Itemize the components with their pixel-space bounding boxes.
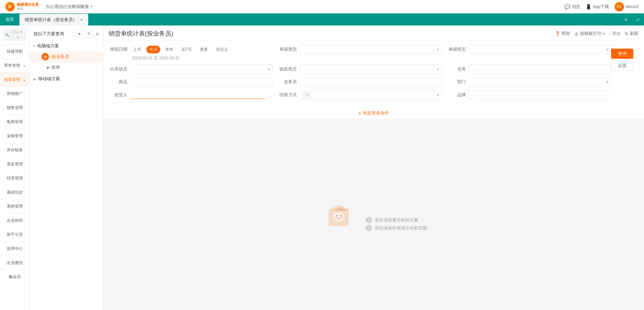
export-btn[interactable]: ↓ 导出 [609, 31, 621, 37]
date-cell: 单据日期 上月 本月 本年 近7天 更多 自定义 [109, 46, 273, 53]
scheme-sub-item[interactable]: ◆ 按单 [30, 62, 103, 72]
filter-row-4: 收货人 ... 结算方式 × [109, 90, 611, 100]
svg-text:✦: ✦ [351, 207, 353, 210]
payment-tag: × [303, 92, 311, 98]
receipt-status-arrow-icon: ▾ [437, 67, 439, 71]
content-area: 按以下方案查询 + ✎ « ▾ 电脑端方案 [30, 25, 644, 310]
app-download-label: App下载 [593, 4, 609, 10]
collapse-panel-btn[interactable]: « [96, 31, 99, 37]
tab-sales-stat-label: 销货单统计表（按业务员） [25, 17, 77, 23]
desktop-scheme-group[interactable]: ▾ 电脑端方案 [30, 41, 103, 51]
sidebar-item-wechat[interactable]: 企业微信 [0, 256, 29, 270]
finance-label: 资金管理 [7, 162, 23, 166]
brand-dots: ... [472, 93, 477, 98]
breadcrumb[interactable]: 办公用品行业模拟账套 ▾ [46, 4, 93, 10]
help-btn[interactable]: ❓ 帮助 [555, 31, 570, 37]
warehouse-cell: 仓库 ... [447, 64, 611, 74]
doc-type-label: 单据类型 [278, 46, 297, 52]
date-btn-custom[interactable]: 自定义 [213, 46, 231, 53]
date-range-text: 2023-03-01 至 2023-03-31 [132, 56, 179, 60]
left-panel-header: 按以下方案查询 + ✎ « [30, 28, 103, 40]
user-profile[interactable]: Ea demo2 [614, 2, 639, 11]
logo-area: 好 畅捷通好生意 标版 [5, 2, 39, 11]
main-area: 🔍 搜索菜单 快捷导航 零售管理 ▴ 批发管理 ▴ 营销推广 销售管理 电商管理… [0, 25, 644, 310]
sidebar-item-inventory[interactable]: 库存核算 [0, 143, 29, 157]
sidebar-item-apps[interactable]: 应用中心 [0, 242, 29, 256]
print-btn[interactable]: 🖨 按模板打印 ▾ [574, 31, 605, 37]
date-btn-7days[interactable]: 近7天 [178, 46, 195, 53]
sidebar-item-search[interactable]: 🔍 搜索菜单 [0, 25, 29, 45]
consignee-input[interactable] [130, 91, 265, 99]
operation-label: 经营管理 [7, 176, 23, 180]
payment-label: 结算方式 [278, 92, 297, 98]
sidebar-item-newbie[interactable]: 新手引导 [0, 228, 29, 242]
sidebar-item-finance[interactable]: 资金管理 [0, 157, 29, 171]
mobile-scheme-group[interactable]: ▶ 移动端方案 [30, 74, 103, 84]
salesperson-dots: ... [303, 80, 308, 85]
phone-icon: 📱 [586, 4, 591, 9]
message-btn[interactable]: 💬 消息 [565, 4, 580, 10]
page-title: 销货单统计表(按业务员) [109, 30, 173, 38]
date-btn-this-year[interactable]: 本年 [162, 46, 176, 53]
salesperson-select[interactable]: ... [300, 77, 442, 87]
product-select[interactable]: ... [130, 77, 273, 87]
consignee-cell: 收货人 ... [109, 91, 273, 99]
date-btn-this-month[interactable]: 本月 [146, 46, 160, 53]
sidebar-item-purchase[interactable]: 采购管理 [0, 129, 29, 143]
settings-btn[interactable]: 设置 [611, 61, 633, 71]
hint-steps: 1 请先选择要分析的方案 2 用过滤条件来缩小分析范围 [366, 217, 427, 231]
tab-close-icon[interactable]: × [80, 17, 83, 22]
left-panel: 按以下方案查询 + ✎ « ▾ 电脑端方案 [30, 25, 103, 310]
query-btn[interactable]: 查询 [611, 49, 633, 59]
print-icon: 🖨 [574, 31, 579, 36]
step-2-num: 2 [366, 225, 372, 231]
logo-symbol: 好 [8, 4, 12, 9]
scheme-section: ▾ 电脑端方案 按 按业务员 ◆ 按单 [30, 40, 103, 74]
sidebar-item-retail[interactable]: 零售管理 ▴ [0, 59, 29, 73]
collapse-filters-btn[interactable]: ∧ 收起更多条件 [103, 107, 644, 119]
sidebar-item-ecommerce[interactable]: 电商管理 [0, 115, 29, 129]
search-menu-label: 搜索菜单 [11, 30, 24, 40]
add-scheme-btn[interactable]: + [76, 30, 83, 38]
sidebar-item-system[interactable]: 系统管理 [0, 200, 29, 214]
brand-label: 品牌 [447, 92, 466, 98]
out-status-select[interactable]: ▾ [130, 64, 273, 74]
sidebar-item-member[interactable]: 畅会员 [0, 270, 29, 284]
receipt-status-select[interactable]: ▾ [300, 64, 442, 74]
sidebar-item-enterprise[interactable]: 企业协同 [0, 214, 29, 228]
hint-step-1: 1 请先选择要分析的方案 [366, 217, 427, 223]
brand-cell: 品牌 ... [447, 90, 611, 100]
app-download-btn[interactable]: 📱 App下载 [586, 4, 609, 10]
tab-sales-stat[interactable]: 销货单统计表（按业务员） × [19, 14, 88, 26]
top-header: 好 畅捷通好生意 标版 办公用品行业模拟账套 ▾ 💬 消息 📱 App下载 Ea… [0, 0, 644, 13]
warehouse-select[interactable]: ... [469, 64, 611, 74]
department-cell: 部门 ▾ [447, 77, 611, 87]
date-btn-last-month[interactable]: 上月 [130, 46, 144, 53]
refresh-btn[interactable]: ↻ 刷新 [625, 31, 639, 37]
sidebar-item-marketing[interactable]: 营销推广 [0, 87, 29, 101]
department-select[interactable]: ▾ [469, 77, 611, 87]
out-status-arrow-icon: ▾ [268, 67, 270, 71]
sidebar-item-wholesale[interactable]: 批发管理 ▴ [0, 73, 29, 87]
product-dots: ... [133, 80, 139, 85]
sidebar-item-sales[interactable]: 销售管理 [0, 101, 29, 115]
doc-status-select[interactable]: ▾ [469, 45, 611, 54]
print-arrow-icon: ▾ [603, 32, 605, 36]
header-left: 好 畅捷通好生意 标版 办公用品行业模拟账套 ▾ [5, 2, 93, 11]
scheme-item-by-salesperson[interactable]: 按 按业务员 [30, 51, 103, 62]
sidebar-item-shortcut[interactable]: 快捷导航 [0, 45, 29, 59]
tab-expand-btn[interactable]: ⤢ [632, 13, 644, 25]
edit-icon: ✎ [87, 32, 91, 36]
payment-select[interactable]: × ▾ [300, 90, 442, 100]
payment-clear-btn[interactable]: × [306, 93, 309, 97]
sidebar-item-operation[interactable]: 经营管理 [0, 171, 29, 186]
edit-scheme-btn[interactable]: ✎ [85, 30, 93, 38]
tab-close-window-btn[interactable]: ✕ [620, 13, 632, 25]
out-status-label: 出库状态 [109, 66, 127, 72]
filter-section: 单据日期 上月 本月 本年 近7天 更多 自定义 [103, 41, 644, 119]
tab-home[interactable]: 首页 [0, 13, 19, 25]
doc-type-select[interactable]: ▾ [300, 45, 442, 54]
brand-select[interactable]: ... [469, 90, 611, 100]
sidebar-item-basic[interactable]: 基础信息 [0, 186, 29, 200]
date-btn-more[interactable]: 更多 [197, 46, 211, 53]
